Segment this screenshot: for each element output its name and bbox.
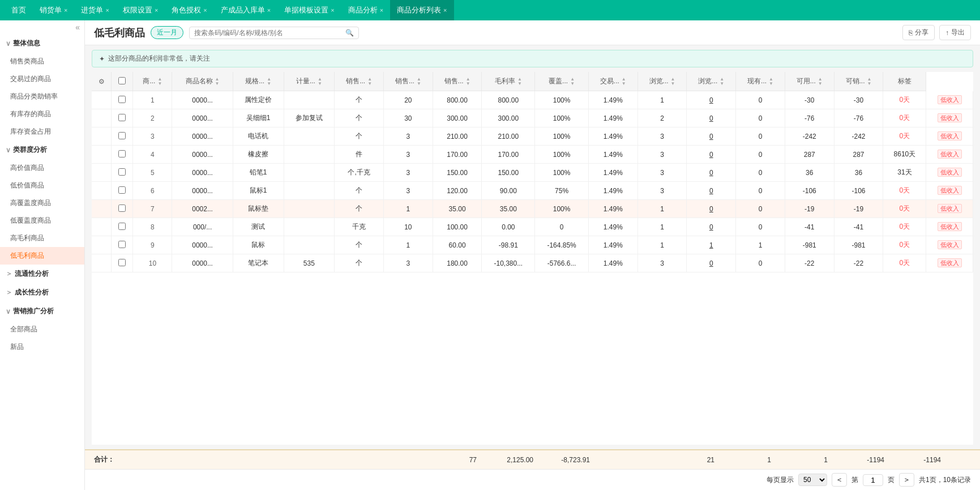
- col-tag-header[interactable]: 标签: [883, 72, 926, 91]
- prev-page-button[interactable]: ＜: [832, 473, 847, 487]
- row-name: 测试: [233, 218, 284, 236]
- sidebar-item-traded-products[interactable]: 交易过的商品: [0, 70, 84, 88]
- row-browse1[interactable]: 0: [687, 127, 736, 146]
- row-browse1[interactable]: 0: [687, 218, 736, 236]
- col-code-header[interactable]: 商...▲▼: [133, 72, 172, 91]
- col-unit-header[interactable]: 计量...▲▼: [284, 72, 335, 91]
- col-settings-header[interactable]: ⚙: [92, 72, 112, 91]
- row-browse1[interactable]: 0: [687, 146, 736, 164]
- col-transaction-header[interactable]: 交易...▲▼: [588, 72, 637, 91]
- sidebar-group-marketing[interactable]: ∨ 营销推广分析: [0, 302, 84, 321]
- sidebar-item-low-value[interactable]: 低价值商品: [0, 177, 84, 194]
- row-browse1[interactable]: 0: [687, 182, 736, 200]
- col-current-stock-header[interactable]: 现有...▲▼: [736, 72, 785, 91]
- sidebar-item-sales-products[interactable]: 销售类商品: [0, 53, 84, 70]
- row-sales-amount: -98.91: [482, 236, 535, 254]
- nav-sales-close[interactable]: ×: [64, 7, 67, 14]
- row-browse1[interactable]: 0: [687, 200, 736, 218]
- row-checkbox[interactable]: [112, 236, 133, 254]
- total-label: 合计：: [94, 455, 114, 465]
- col-coverage-header[interactable]: 覆盖...▲▼: [535, 72, 589, 91]
- row-checkbox[interactable]: [112, 127, 133, 146]
- row-gross-rate: 100%: [535, 200, 589, 218]
- row-checkbox[interactable]: [112, 182, 133, 200]
- nav-purchase[interactable]: 进货单 ×: [74, 0, 115, 20]
- sidebar-item-high-value[interactable]: 高价值商品: [0, 159, 84, 177]
- sidebar-group-growth[interactable]: ＞ 成长性分析: [0, 283, 84, 302]
- nav-sales[interactable]: 销货单 ×: [33, 0, 74, 20]
- row-checkbox[interactable]: [112, 146, 133, 164]
- main-layout: « ∨ 整体信息 销售类商品 交易过的商品 商品分类助销率 有库存的商品 库存资…: [0, 20, 980, 490]
- nav-roles-close[interactable]: ×: [203, 7, 207, 14]
- sidebar-item-all-products[interactable]: 全部商品: [0, 321, 84, 338]
- row-sales-qty: 3: [384, 146, 433, 164]
- row-checkbox[interactable]: [112, 200, 133, 218]
- col-sellable-header[interactable]: 可销...▲▼: [834, 72, 883, 91]
- nav-product-analysis-list[interactable]: 商品分析列表 ×: [390, 0, 453, 20]
- page-number-input[interactable]: [863, 474, 883, 486]
- sidebar-collapse-btn[interactable]: «: [73, 23, 82, 32]
- col-spec-header[interactable]: 规格...▲▼: [233, 72, 284, 91]
- nav-home[interactable]: 首页: [5, 0, 33, 20]
- nav-product-analysis-list-close[interactable]: ×: [443, 7, 447, 14]
- nav-permissions-close[interactable]: ×: [155, 7, 158, 14]
- sidebar-item-capital[interactable]: 库存资金占用: [0, 123, 84, 140]
- row-browse1[interactable]: 0: [687, 91, 736, 109]
- row-checkbox[interactable]: [112, 218, 133, 236]
- search-icon[interactable]: 🔍: [345, 29, 354, 37]
- sidebar-item-category-rate[interactable]: 商品分类助销率: [0, 88, 84, 105]
- sidebar-group-circulation[interactable]: ＞ 流通性分析: [0, 265, 84, 283]
- row-browse1[interactable]: 0: [687, 164, 736, 182]
- per-page-select[interactable]: 50 100 200: [798, 474, 827, 486]
- sidebar-item-in-stock[interactable]: 有库存的商品: [0, 105, 84, 123]
- row-checkbox[interactable]: [112, 109, 133, 127]
- col-browse2-header[interactable]: 浏览...▲▼: [687, 72, 736, 91]
- col-gross-rate-header[interactable]: 毛利率▲▼: [482, 72, 535, 91]
- nav-roles[interactable]: 角色授权 ×: [165, 0, 213, 20]
- nav-product-analysis-close[interactable]: ×: [380, 7, 383, 14]
- row-checkbox[interactable]: [112, 254, 133, 272]
- row-available: -41: [834, 218, 883, 236]
- col-name-header[interactable]: 商品名称▲▼: [172, 72, 233, 91]
- table-row: 6 0000... 鼠标1 个 3 120.00 90.00 75% 1.49%…: [92, 182, 973, 200]
- nav-purchase-close[interactable]: ×: [105, 7, 109, 14]
- nav-product-inbound[interactable]: 产成品入库单 ×: [214, 0, 277, 20]
- row-checkbox[interactable]: [112, 164, 133, 182]
- sidebar-item-low-coverage[interactable]: 低覆盖度商品: [0, 212, 84, 229]
- sidebar-item-new-products[interactable]: 新品: [0, 338, 84, 356]
- col-checkbox-header[interactable]: [112, 72, 133, 91]
- col-sales-amount-header[interactable]: 销售...▲▼: [433, 72, 482, 91]
- nav-permissions[interactable]: 权限设置 ×: [116, 0, 165, 20]
- row-sales-amount: 90.00: [482, 182, 535, 200]
- row-spec: [284, 127, 335, 146]
- row-tag: 低收入: [926, 254, 973, 272]
- col-sales-qty-header[interactable]: 销售...▲▼: [335, 72, 384, 91]
- nav-template-settings[interactable]: 单据模板设置 ×: [277, 0, 341, 20]
- search-input[interactable]: [194, 29, 345, 37]
- share-button[interactable]: ⎘ 分享: [902, 25, 935, 40]
- row-browse1[interactable]: 0: [687, 109, 736, 127]
- col-sales-price-header[interactable]: 销售...▲▼: [384, 72, 433, 91]
- date-filter-button[interactable]: 近一月: [151, 26, 183, 39]
- export-button[interactable]: ↑ 导出: [939, 25, 971, 40]
- sidebar-item-high-coverage[interactable]: 高覆盖度商品: [0, 194, 84, 212]
- col-available-header[interactable]: 可用...▲▼: [785, 72, 834, 91]
- next-page-button[interactable]: ＞: [899, 473, 914, 487]
- sidebar-item-low-margin[interactable]: 低毛利商品: [0, 247, 84, 265]
- row-code: 0000...: [172, 164, 233, 182]
- sidebar-group-cluster[interactable]: ∨ 类群度分析: [0, 140, 84, 159]
- row-browse1[interactable]: 1: [687, 236, 736, 254]
- nav-product-inbound-close[interactable]: ×: [267, 7, 271, 14]
- col-browse1-header[interactable]: 浏览...▲▼: [637, 72, 687, 91]
- nav-template-settings-close[interactable]: ×: [331, 7, 334, 14]
- row-checkbox[interactable]: [112, 91, 133, 109]
- settings-icon[interactable]: ⚙: [99, 78, 105, 86]
- row-browse1[interactable]: 0: [687, 254, 736, 272]
- row-gross-rate: 100%: [535, 127, 589, 146]
- sidebar-group-overall[interactable]: ∨ 整体信息: [0, 34, 84, 53]
- nav-product-analysis[interactable]: 商品分析 ×: [341, 0, 390, 20]
- row-spec: [284, 91, 335, 109]
- row-sellable: 0天: [883, 109, 926, 127]
- sidebar-item-high-margin[interactable]: 高毛利商品: [0, 229, 84, 247]
- select-all-checkbox[interactable]: [118, 77, 126, 84]
